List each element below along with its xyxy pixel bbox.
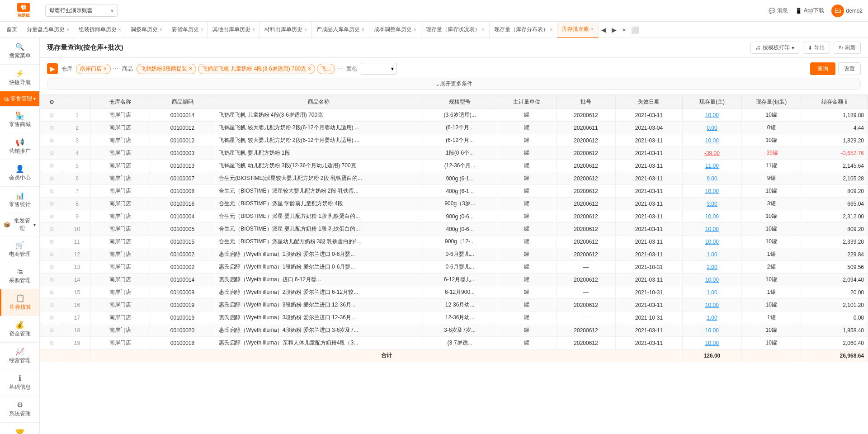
close-icon[interactable]: × [591,27,594,32]
tab-xiancun-dist[interactable]: 现存量（库存分布表）× [490,22,558,38]
row-settings[interactable]: ⚙ [40,311,64,324]
row-settings[interactable]: ⚙ [40,147,64,160]
row-stock-main[interactable]: 1.00 [682,286,741,299]
sidebar-item-search[interactable]: 🔍 搜索菜单 [0,38,39,65]
industry-selector[interactable]: 母婴行业演示账套 ▾ [45,5,118,17]
row-settings[interactable]: ⚙ [40,160,64,172]
sidebar-item-basic[interactable]: ℹ 基础信息 [0,369,39,396]
row-stock-main[interactable]: 0.00 [682,122,741,134]
tab-home[interactable]: 首页 [2,22,22,38]
sidebar-item-finance[interactable]: 💰 资金管理 [0,316,39,343]
more-warehouse-button[interactable]: ··· [113,65,118,73]
row-stock-main[interactable]: 10.00 [682,210,741,223]
sidebar-item-purchase[interactable]: 🛍 采购管理 [0,263,39,289]
user-menu[interactable]: Ea demo2 [831,5,863,17]
row-stock-main[interactable]: 11.00 [682,160,741,172]
sidebar-item-business[interactable]: 📈 经营管理 [0,343,39,369]
row-settings[interactable]: ⚙ [40,299,64,311]
tab-close-button[interactable]: × [619,26,628,33]
refresh-button[interactable]: ↻ 刷新 [834,42,861,54]
warehouse-tag[interactable]: 南岸门店 × [76,64,111,74]
row-settings[interactable]: ⚙ [40,109,64,122]
row-stock-main[interactable]: 10.00 [682,324,741,337]
sidebar-item-marketing[interactable]: 📢 营销推广 [0,133,39,160]
sidebar-item-stats[interactable]: 📊 零售统计 [0,187,39,213]
row-stock-main[interactable]: 9.00 [682,172,741,185]
tab-cailiao[interactable]: 材料出库单历史 × [260,22,312,38]
tab-chengben[interactable]: 成本调整单历史 × [369,22,421,38]
sidebar-item-retail[interactable]: 🛍 零售管理 ▾ [0,91,39,107]
print-button[interactable]: 🖨 按模板打印 ▾ [750,42,799,54]
row-stock-main[interactable]: 10.00 [682,299,741,311]
tab-chancheng[interactable]: 产成品入库单历史 × [312,22,369,38]
row-stock-main[interactable]: 10.00 [682,337,741,349]
close-icon[interactable]: × [414,27,416,32]
close-icon[interactable]: × [201,27,203,32]
settings-button[interactable]: 设置 [838,62,861,75]
color-dropdown[interactable]: ▾ [361,63,397,75]
row-settings[interactable]: ⚙ [40,261,64,274]
row-settings[interactable]: ⚙ [40,248,64,261]
tab-yaohuo[interactable]: 要货单历史 × [167,22,208,38]
product-tag-1[interactable]: 飞鹤奶粉3段两提装 × [137,64,196,74]
more-products-button[interactable]: ··· [337,65,343,73]
expand-button[interactable]: ▶ [47,63,58,74]
row-stock-main[interactable]: 10.00 [682,109,741,122]
export-button[interactable]: ⬇ 导出 [803,42,830,54]
row-stock-main[interactable]: 10.00 [682,236,741,248]
tab-kucun-batch[interactable]: 库存批次账 × [557,22,599,38]
product-tag-2[interactable]: 飞鹤星飞帆 儿童奶粉 4段(3-6岁适用) 700克 × [198,64,315,74]
row-stock-main[interactable]: 3.00 [682,198,741,210]
row-settings[interactable]: ⚙ [40,324,64,337]
close-icon[interactable]: × [160,27,162,32]
close-icon[interactable]: × [304,27,307,32]
row-settings[interactable]: ⚙ [40,122,64,134]
row-settings[interactable]: ⚙ [40,198,64,210]
sidebar-item-collab[interactable]: 🤝 企业协同 [0,423,39,434]
tab-qita[interactable]: 其他出库单历史 × [208,22,260,38]
row-settings[interactable]: ⚙ [40,236,64,248]
sidebar-item-wholesale[interactable]: 📦 批发管理 ▾ [0,213,39,236]
expand-more-button[interactable]: ⌄ 展开更多条件 [47,78,861,90]
row-settings[interactable]: ⚙ [40,134,64,147]
app-download-button[interactable]: 📱 App下载 [795,7,824,14]
tab-maximize-button[interactable]: ⬜ [628,26,642,33]
remove-product-2-icon[interactable]: × [308,66,311,72]
row-settings[interactable]: ⚙ [40,185,64,198]
message-button[interactable]: 💬 消息 [769,7,788,14]
close-icon[interactable]: × [362,27,364,32]
remove-product-1-icon[interactable]: × [189,66,192,72]
close-icon[interactable]: × [118,27,121,32]
row-settings[interactable]: ⚙ [40,286,64,299]
row-stock-main[interactable]: -39.00 [682,147,741,160]
row-settings[interactable]: ⚙ [40,337,64,349]
tab-next-button[interactable]: ▶ [609,26,619,33]
row-stock-main[interactable]: 10.00 [682,274,741,286]
close-icon[interactable]: × [550,27,553,32]
tab-prev-button[interactable]: ◀ [599,26,609,33]
sidebar-item-system[interactable]: ⚙ 系统管理 [0,396,39,423]
close-icon[interactable]: × [252,27,255,32]
col-settings[interactable]: ⚙ [40,95,64,109]
remove-warehouse-icon[interactable]: × [104,66,107,72]
product-tag-3[interactable]: 飞... [317,64,335,74]
row-settings[interactable]: ⚙ [40,210,64,223]
row-settings[interactable]: ⚙ [40,274,64,286]
close-icon[interactable]: × [66,27,69,32]
sidebar-item-quicknav[interactable]: ⚡ 快捷导航 [0,65,39,91]
row-stock-main[interactable]: 10.00 [682,134,741,147]
tab-fenliang[interactable]: 分量盘点单历史 × [22,22,74,38]
row-stock-main[interactable]: 10.00 [682,223,741,236]
search-button[interactable]: 查询 [810,62,835,75]
row-stock-main[interactable]: 10.00 [682,185,741,198]
close-icon[interactable]: × [482,27,485,32]
row-settings[interactable]: ⚙ [40,223,64,236]
sidebar-item-inventory[interactable]: 📋 库存核算 [0,289,39,316]
tab-diaoboh[interactable]: 调拨单历史 × [126,22,167,38]
tab-xiancun-status[interactable]: 现存量（库存状况表）× [421,22,490,38]
row-stock-main[interactable]: 2.00 [682,261,741,274]
row-stock-main[interactable]: 1.00 [682,311,741,324]
sidebar-item-mall[interactable]: 🏪 零售商城 [0,107,39,133]
row-stock-main[interactable]: 1.00 [682,248,741,261]
row-settings[interactable]: ⚙ [40,172,64,185]
